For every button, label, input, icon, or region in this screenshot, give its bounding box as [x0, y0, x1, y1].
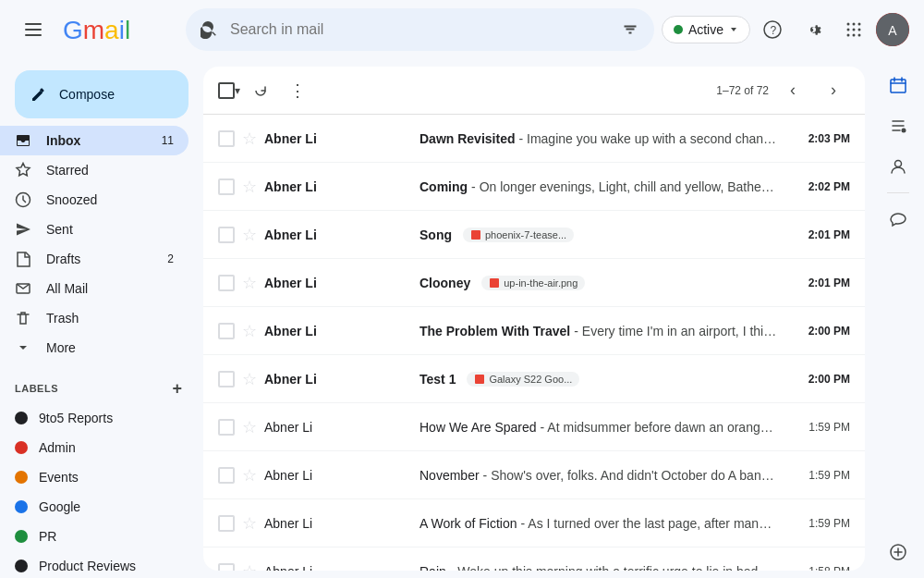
email-checkbox[interactable] — [218, 563, 235, 572]
email-time: 1:59 PM — [785, 421, 850, 434]
active-status-badge[interactable]: Active — [662, 16, 750, 43]
avatar[interactable]: A — [876, 13, 909, 46]
right-panel-add-button[interactable] — [880, 534, 917, 571]
compose-button[interactable]: Compose — [15, 70, 188, 118]
right-panel-calendar-button[interactable] — [880, 67, 917, 104]
select-chevron-icon[interactable]: ▾ — [235, 84, 240, 97]
email-row[interactable]: ☆ Abner Li How We Are Spared - At midsum… — [203, 403, 865, 451]
inbox-icon — [15, 132, 31, 149]
previous-page-button[interactable]: ‹ — [776, 74, 809, 107]
label-color-dot — [15, 441, 28, 454]
email-row[interactable]: ☆ Abner Li November - Show's over, folks… — [203, 451, 865, 499]
email-content: The Problem With Travel - Every time I'm… — [419, 324, 778, 338]
sidebar-item-all-mail[interactable]: All Mail — [0, 274, 188, 303]
star-button[interactable]: ☆ — [242, 273, 257, 293]
sidebar-item-snoozed[interactable]: Snoozed — [0, 185, 188, 215]
svg-text:?: ? — [771, 24, 777, 37]
email-content: Dawn Revisited - Imagine you wake up wit… — [419, 131, 778, 146]
email-checkbox[interactable] — [218, 227, 235, 243]
email-subject: How We Are Spared — [419, 420, 537, 435]
email-checkbox[interactable] — [218, 467, 235, 484]
label-item-events[interactable]: Events — [0, 462, 188, 492]
star-button[interactable]: ☆ — [242, 369, 257, 389]
star-button[interactable]: ☆ — [242, 513, 257, 534]
email-row[interactable]: ☆ Abner Li Rain - Woke up this morning w… — [203, 547, 865, 571]
email-snippet: - At midsummer before dawn an orange lig… — [541, 420, 778, 435]
inbox-label: Inbox — [46, 133, 147, 148]
svg-rect-21 — [475, 375, 484, 384]
email-subject: The Problem With Travel — [419, 324, 570, 338]
email-checkbox[interactable] — [218, 515, 235, 532]
email-checkbox[interactable] — [218, 130, 235, 147]
label-item-admin[interactable]: Admin — [0, 433, 188, 462]
sidebar-item-inbox[interactable]: Inbox 11 — [0, 126, 188, 155]
email-content: Coming - On longer evenings, Light, chil… — [419, 179, 778, 194]
search-filter-button[interactable] — [621, 19, 639, 41]
star-button[interactable]: ☆ — [242, 129, 257, 149]
add-label-button[interactable]: + — [166, 377, 188, 400]
email-checkbox[interactable] — [218, 323, 235, 339]
more-options-button[interactable]: ⋮ — [281, 74, 314, 107]
right-panel-tasks-button[interactable] — [880, 107, 917, 144]
right-panel-contacts-button[interactable] — [880, 148, 917, 185]
label-item-9to5reports[interactable]: 9to5 Reports — [0, 403, 188, 433]
email-row[interactable]: ☆ Abner Li Clooney up-in-the-air.png 2:0… — [203, 259, 865, 307]
menu-button[interactable] — [15, 11, 52, 48]
starred-label: Starred — [46, 163, 174, 178]
inbox-badge: 11 — [162, 134, 174, 147]
sidebar-item-sent[interactable]: Sent — [0, 215, 188, 244]
svg-point-13 — [853, 34, 856, 37]
sidebar-item-starred[interactable]: Starred — [0, 155, 188, 185]
label-item-pr[interactable]: PR — [0, 522, 188, 551]
help-button[interactable]: ? — [754, 11, 791, 48]
refresh-button[interactable] — [244, 74, 277, 107]
label-item-product-reviews[interactable]: Product Reviews — [0, 551, 188, 578]
sender-name: Abner Li — [264, 228, 412, 242]
email-row[interactable]: ☆ Abner Li Test 1 Galaxy S22 Goo... 2:00… — [203, 355, 865, 403]
label-item-google[interactable]: Google — [0, 492, 188, 522]
right-panel-chat-button[interactable] — [880, 201, 917, 238]
settings-button[interactable] — [795, 11, 832, 48]
email-checkbox[interactable] — [218, 371, 235, 387]
star-button[interactable]: ☆ — [242, 465, 257, 486]
email-row[interactable]: ☆ Abner Li Song phoenix-7-tease... 2:01 … — [203, 211, 865, 259]
next-page-button[interactable]: › — [817, 74, 850, 107]
email-checkbox[interactable] — [218, 275, 235, 291]
sidebar-item-drafts[interactable]: Drafts 2 — [0, 244, 188, 274]
email-content: A Work of Fiction - As I turned over the… — [419, 516, 778, 531]
email-row[interactable]: ☆ Abner Li Coming - On longer evenings, … — [203, 163, 865, 211]
more-icon — [15, 339, 31, 356]
email-content: November - Show's over, folks. And didn'… — [419, 468, 778, 483]
email-checkbox[interactable] — [218, 178, 235, 195]
select-all-checkbox[interactable]: ▾ — [218, 82, 240, 99]
star-button[interactable]: ☆ — [242, 177, 257, 197]
star-button[interactable]: ☆ — [242, 417, 257, 437]
all-mail-label: All Mail — [46, 281, 174, 296]
label-color-dot — [15, 412, 28, 424]
star-button[interactable]: ☆ — [242, 321, 257, 341]
email-time: 1:59 PM — [785, 517, 850, 530]
star-button[interactable]: ☆ — [242, 225, 257, 245]
email-row[interactable]: ☆ Abner Li Dawn Revisited - Imagine you … — [203, 115, 865, 163]
trash-icon — [15, 310, 31, 326]
toolbar-right: 1–72 of 72 ‹ › — [716, 74, 850, 107]
email-subject: Dawn Revisited — [419, 131, 515, 146]
email-checkbox[interactable] — [218, 419, 235, 436]
toolbar-left: ▾ ⋮ — [218, 74, 314, 107]
sidebar-item-trash[interactable]: Trash — [0, 303, 188, 333]
sidebar-item-more[interactable]: More — [0, 333, 188, 363]
sender-name: Abner Li — [264, 179, 412, 194]
email-row[interactable]: ☆ Abner Li The Problem With Travel - Eve… — [203, 307, 865, 355]
email-snippet: - Woke up this morning with a terrific u… — [450, 564, 778, 572]
email-snippet: - As I turned over the last page, after … — [521, 516, 778, 531]
search-input[interactable] — [230, 21, 610, 38]
compose-icon — [30, 85, 48, 104]
email-list: ▾ ⋮ 1–72 of 72 ‹ › ☆ Abner Li Dawn Revis… — [203, 67, 865, 571]
search-bar[interactable] — [186, 8, 654, 51]
sender-name: Abner Li — [264, 131, 412, 146]
apps-button[interactable] — [835, 11, 872, 48]
label-name: 9to5 Reports — [39, 411, 113, 425]
star-button[interactable]: ☆ — [242, 561, 257, 572]
email-subject: Coming — [419, 179, 468, 194]
email-row[interactable]: ☆ Abner Li A Work of Fiction - As I turn… — [203, 499, 865, 547]
